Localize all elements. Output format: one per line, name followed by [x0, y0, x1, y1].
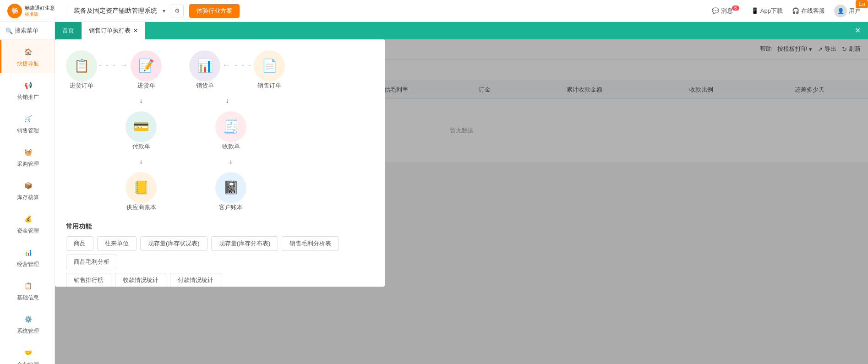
purchase-icon: 🧺	[22, 146, 34, 158]
system-title: 装备及固定资产辅助管理系统	[74, 7, 157, 15]
top-header: 畅 畅康通好生意 标准版 装备及固定资产辅助管理系统 ▾ ⚙ 体验行业方案 💬 …	[0, 0, 868, 22]
sales-bill-label: 销货单	[196, 81, 214, 90]
finance-icon: 💰	[22, 212, 34, 225]
sidebar-item-purchase[interactable]: 🧺 采购管理	[0, 140, 55, 174]
modal-box: 📋 进货订单 - - - → 📝 进货单	[55, 39, 385, 287]
sales-order-circle[interactable]: 📄	[254, 50, 285, 81]
customer-circle[interactable]: 📓	[215, 172, 246, 203]
enterprise-icon: 🤝	[22, 346, 34, 359]
arrow-po-pb: - - - →	[97, 60, 131, 70]
func-btn-payment-stats[interactable]: 付款情况统计	[170, 273, 221, 287]
payment-label: 付款单	[132, 142, 150, 151]
system-icon: ⚙️	[22, 313, 34, 326]
tab-bar: 首页 销售订单执行表 ✕ ✕	[55, 22, 868, 39]
flow-col-purchase-order: 📋 进货订单	[66, 50, 97, 90]
settings-icon-btn[interactable]: ⚙	[171, 5, 184, 17]
supplier-label: 供应商账本	[126, 203, 156, 212]
func-btn-product[interactable]: 商品	[66, 236, 93, 251]
flow-row-arrows2: ↓ ↓	[66, 158, 374, 165]
logo-icon: 畅	[7, 4, 22, 18]
search-menu[interactable]: 🔍 搜索菜单	[0, 22, 55, 40]
basic-icon: 📋	[22, 279, 34, 292]
arrow-sb-down: ↓	[212, 97, 243, 104]
ea-badge: Ea	[856, 0, 868, 8]
page-inner: 帮助 按模板打印 ▾ ↗ 导出 ↻ 刷新 📅	[55, 39, 868, 364]
arrow-rec-down: ↓	[215, 158, 246, 165]
purchase-order-label: 进货订单	[70, 81, 93, 90]
flow-col-purchase-bill: 📝 进货单	[131, 50, 162, 90]
tab-sales-order[interactable]: 销售订单执行表 ✕	[82, 22, 145, 39]
sales-icon: 🛒	[22, 112, 34, 125]
flow-diagram: 📋 进货订单 - - - → 📝 进货单	[66, 50, 374, 219]
marketing-icon: 📢	[22, 79, 34, 92]
message-action[interactable]: 💬 消息 6	[712, 7, 742, 15]
header-right: 💬 消息 6 📱 App下载 🎧 在线客服 👤 用户 Ea	[712, 5, 861, 17]
receipt-label: 收款单	[222, 142, 240, 151]
sidebar-item-inventory[interactable]: 📦 库存核算	[0, 174, 55, 207]
purchase-order-circle[interactable]: 📋	[66, 50, 97, 81]
flow-col-payment: 💳 付款单	[126, 111, 157, 151]
tab-bar-close-btn[interactable]: ✕	[847, 26, 868, 35]
sales-order-label: 销售订单	[257, 81, 281, 90]
flow-col-receipt: 🧾 收款单	[215, 111, 246, 151]
experience-btn[interactable]: 体验行业方案	[189, 4, 240, 18]
service-icon: 🎧	[792, 7, 799, 14]
func-btn-sales-margin[interactable]: 销售毛利分析表	[282, 236, 339, 251]
tab-close-icon[interactable]: ✕	[133, 27, 138, 34]
sidebar-item-operation[interactable]: 📊 经营管理	[0, 240, 55, 274]
avatar: 👤	[834, 5, 847, 17]
modal-overlay: 📋 进货订单 - - - → 📝 进货单	[55, 39, 868, 364]
func-btn-partner[interactable]: 往来单位	[97, 236, 136, 251]
message-icon: 💬	[712, 7, 719, 14]
receipt-circle[interactable]: 🧾	[215, 111, 246, 142]
sidebar-item-quick-nav[interactable]: 🏠 快捷导航	[0, 40, 55, 73]
func-btn-stock-status[interactable]: 现存量(库存状况表)	[140, 236, 207, 251]
sidebar-item-basic[interactable]: 📋 基础信息	[0, 274, 55, 307]
purchase-bill-label: 进货单	[137, 81, 155, 90]
tab-home[interactable]: 首页	[55, 22, 82, 39]
arrow-pb-down: ↓	[126, 97, 157, 104]
operation-icon: 📊	[22, 246, 34, 259]
payment-circle[interactable]: 💳	[126, 111, 157, 142]
func-btn-sales-rank[interactable]: 销售排行榜	[66, 273, 111, 287]
flow-col-sales-bill: 📊 销货单	[189, 50, 220, 90]
func-btn-product-margin[interactable]: 商品毛利分析	[66, 255, 117, 269]
sidebar-item-enterprise[interactable]: 🤝 企业协同	[0, 341, 55, 364]
flow-row-2: 💳 付款单 🧾 收款单	[66, 111, 374, 151]
flow-row-1: 📋 进货订单 - - - → 📝 进货单	[66, 50, 374, 90]
main-layout: 🔍 搜索菜单 🏠 快捷导航 📢 营销推广 🛒 销售管理 🧺 采购管理 📦 库存核…	[0, 22, 868, 364]
flow-row-arrows: ↓ ↓	[66, 97, 374, 104]
inventory-icon: 📦	[22, 179, 34, 192]
logo-text: 畅康通好生意 标准版	[25, 5, 55, 17]
search-icon: 🔍	[5, 27, 13, 34]
quick-nav-icon: 🏠	[22, 45, 34, 58]
online-service-action[interactable]: 🎧 在线客服	[792, 7, 825, 15]
func-buttons-row1: 商品 往来单位 现存量(库存状况表) 现存量(库存分布表) 销售毛利分析表 商品…	[66, 236, 374, 269]
flow-col-supplier: 📒 供应商账本	[126, 172, 157, 212]
sidebar-item-system[interactable]: ⚙️ 系统管理	[0, 307, 55, 341]
sidebar-item-sales[interactable]: 🛒 销售管理	[0, 107, 55, 140]
message-badge: 6	[732, 5, 739, 11]
func-btn-stock-dist[interactable]: 现存量(库存分布表)	[211, 236, 278, 251]
flow-col-sales-order: 📄 销售订单	[254, 50, 285, 90]
sidebar-item-marketing[interactable]: 📢 营销推广	[0, 73, 55, 107]
arrow-sb-so: ← - - -	[220, 60, 254, 70]
purchase-bill-circle[interactable]: 📝	[131, 50, 162, 81]
system-dropdown-btn[interactable]: ▾	[163, 8, 165, 14]
sidebar-item-finance[interactable]: 💰 资金管理	[0, 207, 55, 240]
func-buttons-row2: 销售排行榜 收款情况统计 付款情况统计	[66, 273, 374, 287]
sales-bill-circle[interactable]: 📊	[189, 50, 220, 81]
content-area: 首页 销售订单执行表 ✕ ✕ 帮助 按模板打印 ▾ ↗ 导出	[55, 22, 868, 364]
logo-area: 畅 畅康通好生意 标准版	[7, 4, 62, 18]
arrow-pay-down: ↓	[126, 158, 157, 165]
flow-row-3: 📒 供应商账本 📓 客户账本	[66, 172, 374, 212]
supplier-circle[interactable]: 📒	[126, 172, 157, 203]
common-functions-title: 常用功能	[66, 223, 374, 231]
app-download-action[interactable]: 📱 App下载	[751, 7, 783, 15]
func-btn-receipt-stats[interactable]: 收款情况统计	[115, 273, 166, 287]
sidebar: 🔍 搜索菜单 🏠 快捷导航 📢 营销推广 🛒 销售管理 🧺 采购管理 📦 库存核…	[0, 22, 55, 364]
flow-col-customer: 📓 客户账本	[215, 172, 246, 212]
app-icon: 📱	[751, 7, 759, 14]
customer-label: 客户账本	[219, 203, 243, 212]
